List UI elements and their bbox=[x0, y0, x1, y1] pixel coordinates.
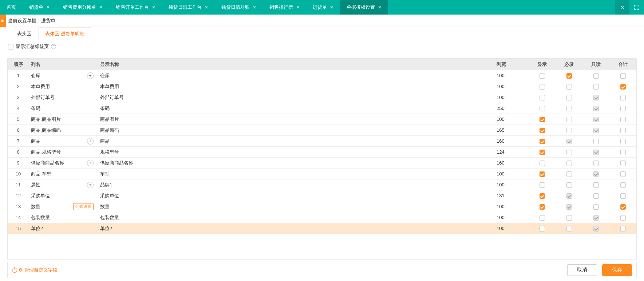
tab-label: 进货单 bbox=[313, 4, 327, 11]
tab-label: 首页 bbox=[7, 4, 16, 11]
expand-chevron-icon[interactable]: ▶ bbox=[0, 15, 6, 27]
context-bar: ▶ 当前设置单据：进货单 bbox=[0, 15, 644, 27]
top-tab[interactable]: 销售费用分摊单✕ bbox=[56, 0, 109, 15]
top-tab[interactable]: 销货单✕ bbox=[23, 0, 56, 15]
sub-tab-bar: 表头区表体区-进货单明细 bbox=[0, 27, 644, 40]
tab-label: 销售排行榜 bbox=[269, 4, 293, 11]
tab-label: 销售费用分摊单 bbox=[63, 4, 96, 11]
close-icon[interactable]: ✕ bbox=[330, 5, 333, 10]
top-tab[interactable]: 销售排行榜✕ bbox=[263, 0, 306, 15]
close-icon[interactable]: ✕ bbox=[46, 5, 50, 10]
help-icon[interactable]: ? bbox=[51, 44, 56, 49]
close-icon[interactable]: ✕ bbox=[205, 5, 208, 10]
tab-label: 钱货日清对账 bbox=[221, 4, 250, 11]
top-tab[interactable]: 进货单✕ bbox=[306, 0, 340, 15]
close-icon[interactable]: ✕ bbox=[253, 5, 256, 10]
close-icon[interactable]: ✕ bbox=[378, 5, 382, 10]
sub-tab[interactable]: 表头区 bbox=[10, 27, 38, 40]
top-tab[interactable]: 钱货日清工作台✕ bbox=[162, 0, 215, 15]
context-value: 进货单 bbox=[41, 18, 55, 23]
tab-label: 销售订单工作台 bbox=[116, 4, 149, 11]
top-tab-bar: 首页销货单✕销售费用分摊单✕销售订单工作台✕钱货日清工作台✕钱货日清对账✕销售排… bbox=[0, 0, 644, 15]
show-summary-checkbox[interactable] bbox=[8, 44, 13, 50]
sub-tab[interactable]: 表体区-进货单明细 bbox=[38, 27, 91, 40]
show-summary-label: 显示汇总标签页 bbox=[16, 43, 49, 50]
tab-label: 钱货日清工作台 bbox=[169, 4, 202, 11]
tab-label: 销货单 bbox=[29, 4, 43, 11]
close-icon[interactable]: ✕ bbox=[99, 5, 103, 10]
close-icon[interactable]: ✕ bbox=[152, 5, 155, 10]
top-tab[interactable]: 销售订单工作台✕ bbox=[109, 0, 162, 15]
top-tab[interactable]: 首页 bbox=[0, 0, 23, 15]
tab-label: 单据模板设置 bbox=[347, 4, 375, 11]
option-row: 显示汇总标签页 ? bbox=[0, 40, 644, 53]
top-tab[interactable]: 钱货日清对账✕ bbox=[215, 0, 263, 15]
fullscreen-icon[interactable] bbox=[629, 0, 644, 15]
context-prefix: 当前设置单据： bbox=[8, 18, 41, 23]
close-icon[interactable]: ✕ bbox=[296, 5, 300, 10]
top-tab[interactable]: 单据模板设置✕ bbox=[340, 0, 388, 15]
close-all-icon[interactable]: ✕ bbox=[615, 0, 629, 15]
